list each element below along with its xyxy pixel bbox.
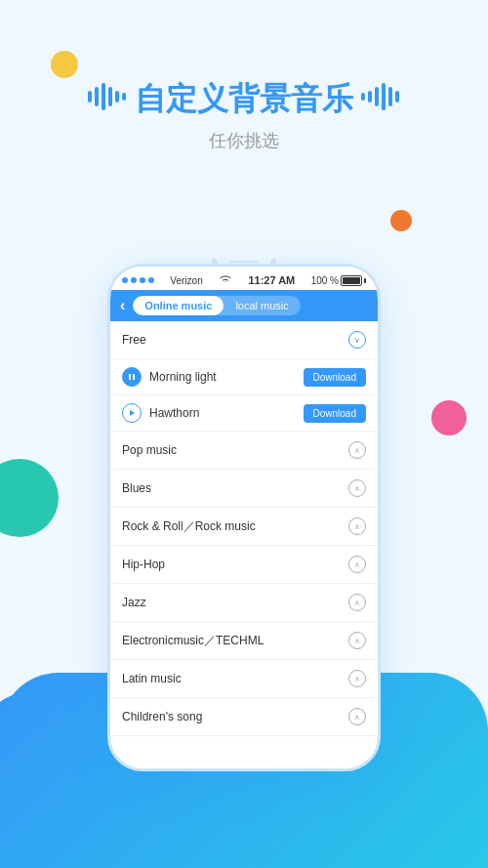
category-label: Jazz [122,596,146,609]
carrier-text: Verizon [170,275,202,286]
app-nav: ‹ Online music local music [110,290,378,321]
signal-dot [122,277,128,283]
svg-rect-11 [395,91,399,103]
play-pause-button[interactable] [122,367,142,387]
svg-rect-5 [122,93,126,101]
category-rock[interactable]: Rock & Roll／Rock music ∧ [110,508,378,546]
signal-dot [148,277,154,283]
category-expand-icon: ∧ [348,479,366,497]
category-latin[interactable]: Latin music ∧ [110,660,378,698]
svg-marker-14 [130,410,135,416]
title-text: 自定义背景音乐 [135,78,353,121]
category-label: Children's song [122,710,202,723]
connector-dot [212,259,218,265]
status-bar: Verizon 11:27 AM 100 % [110,267,378,290]
category-label: Hip-Hop [122,558,165,571]
svg-rect-1 [95,87,99,106]
svg-rect-10 [388,87,392,106]
svg-rect-0 [88,91,92,103]
free-label: Free [122,333,146,347]
category-label: Blues [122,481,151,495]
category-expand-icon: ∧ [348,556,366,573]
song-info: Hawthorn [122,403,199,423]
category-expand-icon: ∧ [348,670,366,687]
song-info: Morning light [122,367,217,387]
category-blues[interactable]: Blues ∧ [110,470,378,508]
bg-decoration-orange [390,210,412,231]
category-expand-icon: ∧ [348,517,366,535]
bg-decoration-teal [0,459,59,537]
wave-right-icon [361,83,400,117]
page-title: 自定义背景音乐 [0,78,488,121]
play-button-hawthorn[interactable] [122,403,142,423]
category-expand-icon: ∧ [348,632,366,649]
connector-dot [270,259,276,265]
svg-rect-12 [129,374,131,380]
song-name: Morning light [149,370,217,384]
svg-rect-3 [108,87,112,106]
svg-rect-6 [361,93,365,101]
wave-left-icon [88,83,127,117]
free-expand-icon: ∨ [348,331,366,349]
bg-decoration-yellow [51,51,78,78]
category-label: Electronicmusic／TECHML [122,633,264,649]
category-children[interactable]: Children's song ∧ [110,698,378,736]
battery-fill [343,277,360,284]
nav-tabs: Online music local music [133,296,300,315]
song-name: Hawthorn [149,406,199,420]
song-item-morning-light[interactable]: Morning light Download [110,359,378,395]
category-label: Pop music [122,443,177,457]
category-expand-icon: ∧ [348,594,366,611]
svg-rect-13 [133,374,135,380]
phone-mockup: Verizon 11:27 AM 100 % ‹ Online music lo… [107,264,381,771]
tab-online[interactable]: Online music [133,296,224,315]
battery-percent: 100 % [311,275,339,286]
connector-line [229,261,259,263]
category-pop-music[interactable]: Pop music ∧ [110,432,378,470]
phone-connector [212,259,276,265]
category-label: Rock & Roll／Rock music [122,518,256,535]
signal-dot [131,277,137,283]
svg-rect-8 [375,87,379,106]
tab-local[interactable]: local music [224,296,300,315]
time-display: 11:27 AM [248,274,295,286]
svg-rect-4 [115,91,119,103]
category-expand-icon: ∧ [348,441,366,459]
signal-dots [122,277,154,283]
category-expand-icon: ∧ [348,708,366,725]
back-button[interactable]: ‹ [120,297,125,314]
svg-rect-9 [382,83,386,110]
download-button-hawthorn[interactable]: Download [304,404,366,423]
svg-rect-2 [102,83,105,110]
battery-bar [341,275,362,286]
header-section: 自定义背景音乐 任你挑选 [0,78,488,152]
battery-indicator: 100 % [311,275,366,286]
wifi-icon [219,274,232,286]
header-subtitle: 任你挑选 [0,129,488,152]
category-jazz[interactable]: Jazz ∧ [110,584,378,622]
category-hiphop[interactable]: Hip-Hop ∧ [110,546,378,584]
signal-dot [140,277,145,283]
battery-tip [364,278,366,283]
category-label: Latin music [122,672,182,685]
music-list: Free ∨ Morning light Download [110,321,378,736]
svg-rect-7 [368,91,372,103]
download-button-morning[interactable]: Download [304,368,366,387]
category-electronic[interactable]: Electronicmusic／TECHML ∧ [110,622,378,660]
category-free[interactable]: Free ∨ [110,321,378,359]
bg-decoration-pink [431,400,467,435]
song-item-hawthorn[interactable]: Hawthorn Download [110,395,378,432]
